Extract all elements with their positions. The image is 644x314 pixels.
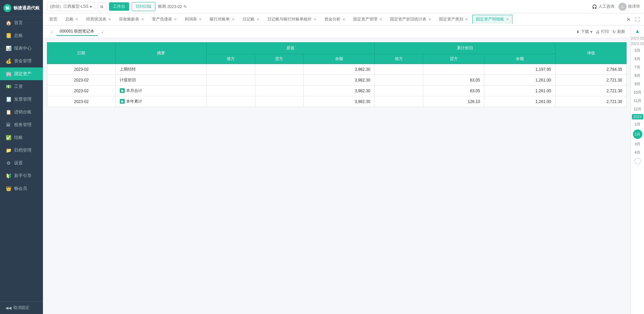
- refresh-button[interactable]: ↻ 刷新: [612, 29, 625, 35]
- tab-close-balance-sheet[interactable]: ✕: [174, 17, 177, 21]
- tab-label: 固定资产折旧统计表: [390, 16, 426, 22]
- tab-balance-sheet[interactable]: 资产负债表✕: [148, 15, 180, 24]
- download-button[interactable]: ⬇ 下载 ▾: [576, 29, 592, 35]
- payroll-icon: 💵: [5, 84, 11, 89]
- sidebar-item-settings[interactable]: ⚙设置: [0, 157, 43, 169]
- tab-profit-table[interactable]: 利润表✕: [181, 15, 205, 24]
- tab-close-fixed-asset-mgmt[interactable]: ✕: [379, 17, 382, 21]
- month-active-12[interactable]: 2月: [633, 129, 642, 139]
- tab-journal[interactable]: 日记账✕: [239, 15, 263, 24]
- sidebar-item-payroll[interactable]: 💵工资: [0, 80, 43, 93]
- tab-receivables[interactable]: 应收账龄表✕: [115, 15, 148, 24]
- tab-close-fixed-asset-detail[interactable]: ✕: [506, 17, 509, 21]
- tab-fixed-asset-dep[interactable]: 固定资产折旧统计表✕: [386, 15, 435, 24]
- period-item-0[interactable]: 2023.02: [631, 36, 644, 41]
- cell-dep-debit: [375, 96, 423, 107]
- table-row: 2023-02 上期结转 3,982.30 1,197.95 2,784.35: [47, 64, 627, 75]
- month-item-5[interactable]: 8月: [631, 71, 644, 80]
- tax-icon: 🏛: [5, 122, 11, 127]
- tab-business-status[interactable]: 经营状况表✕: [83, 15, 115, 24]
- sidebar-item-archive[interactable]: 📁归档管理: [0, 144, 43, 157]
- sidebar-item-general[interactable]: 📒总账: [0, 29, 43, 42]
- workspace-button[interactable]: 工作台: [109, 2, 129, 11]
- tab-close-business-status[interactable]: ✕: [108, 17, 111, 21]
- tabbar-close-button[interactable]: ✕: [625, 15, 633, 23]
- unpin-button[interactable]: ◀◀ 取消固定: [0, 301, 43, 314]
- tab-close-general-ledger[interactable]: ✕: [75, 17, 78, 21]
- sidebar-item-sales[interactable]: 📋进销台账: [0, 106, 43, 118]
- tab-close-fixed-asset-type[interactable]: ✕: [465, 17, 468, 21]
- company-selector[interactable]: (勿动）江西服贸-LSS ▾: [47, 2, 95, 11]
- sidebar-label: 设置: [14, 160, 23, 166]
- sidebar-item-guide[interactable]: 🔰新手引导: [0, 169, 43, 182]
- sidebar-item-funds[interactable]: 💰资金管理: [0, 55, 43, 67]
- cell-dep-balance: 1,261.00: [484, 75, 555, 86]
- sidebar-item-member[interactable]: 👑畅会员: [0, 182, 43, 195]
- period-edit-icon[interactable]: ✎: [183, 4, 187, 9]
- month-item-13[interactable]: 3月: [631, 140, 644, 148]
- month-item-14[interactable]: 4月: [631, 148, 644, 157]
- tab-general-ledger[interactable]: 总账✕: [62, 15, 82, 24]
- tab-fund-analysis[interactable]: 资金分析✕: [321, 15, 349, 24]
- sidebar-item-home[interactable]: 🏠首页: [0, 16, 43, 29]
- year-label-10[interactable]: 2023: [632, 114, 643, 119]
- tab-close-journal[interactable]: ✕: [257, 17, 259, 21]
- cell-orig-balance: 3,982.30: [304, 96, 375, 107]
- tab-fixed-asset-mgmt[interactable]: 固定资产管理✕: [350, 15, 386, 24]
- sidebar-item-tax[interactable]: 🏛税务管理: [0, 118, 43, 131]
- col-dep-debit: 借方: [375, 54, 423, 64]
- page-content: ‹ 000001 联想笔记本 › ⬇ 下载 ▾ 🖨 打印 ↻ 刷新: [43, 25, 631, 314]
- nav-next-button[interactable]: ›: [99, 29, 106, 35]
- user-menu[interactable]: 人 徐泽华: [619, 3, 640, 11]
- member-icon: 👑: [5, 186, 11, 191]
- unpin-label: 取消固定: [13, 305, 30, 311]
- month-item-7[interactable]: 10月: [631, 88, 644, 97]
- tab-journal-bank-check[interactable]: 日记账与银行对账单核对✕: [264, 15, 320, 24]
- company-dropdown-icon: ▾: [90, 4, 92, 9]
- settings-icon: ⚙: [5, 160, 11, 166]
- company-name: (勿动）江西服贸-LSS: [50, 4, 89, 9]
- month-item-3[interactable]: 6月: [631, 55, 644, 63]
- support-button[interactable]: 🎧 人工咨询: [592, 4, 614, 9]
- sidebar-item-settlement[interactable]: ✅结账: [0, 131, 43, 144]
- table-container: 日期 摘要 原值 累计折旧 净值 借方 贷方 余额 借方 贷方 余额: [43, 38, 631, 314]
- month-item-9[interactable]: 12月: [631, 105, 644, 113]
- cell-dep-debit: [375, 86, 423, 96]
- tab-home[interactable]: 首页: [46, 15, 61, 24]
- tab-close-bank-statement[interactable]: ✕: [232, 17, 234, 21]
- copy-button[interactable]: ⧉: [98, 2, 106, 11]
- app-logo: 畅 畅捷通易代账: [0, 0, 43, 16]
- tab-close-journal-bank-check[interactable]: ✕: [314, 17, 316, 21]
- month-item-6[interactable]: 9月: [631, 80, 644, 88]
- tab-label: 总账: [65, 16, 73, 22]
- month-item-8[interactable]: 11月: [631, 97, 644, 105]
- tab-close-fixed-asset-dep[interactable]: ✕: [428, 17, 431, 21]
- sidebar-label: 报表中心: [14, 45, 32, 51]
- tab-label: 应收账龄表: [119, 16, 139, 22]
- switch-version-button[interactable]: 切到旧版: [132, 2, 155, 11]
- tabbar-expand-button[interactable]: ⛶: [633, 15, 641, 23]
- month-item-4[interactable]: 7月: [631, 63, 644, 71]
- tab-label: 经营状况表: [86, 16, 106, 22]
- cell-orig-balance: 3,982.30: [304, 86, 375, 96]
- tab-fixed-asset-type[interactable]: 固定资产类别✕: [435, 15, 472, 24]
- period-item-1[interactable]: 2023.02: [631, 41, 644, 46]
- month-item-11[interactable]: 1月: [631, 120, 644, 128]
- sidebar-item-reports[interactable]: 📊报表中心: [0, 42, 43, 55]
- tab-close-profit-table[interactable]: ✕: [199, 17, 202, 21]
- month-item-2[interactable]: 5月: [631, 46, 644, 55]
- cell-dep-credit: 63.05: [423, 75, 484, 86]
- sidebar-item-invoices[interactable]: 🧾发票管理: [0, 93, 43, 106]
- cell-orig-credit: [255, 86, 304, 96]
- period-up-button[interactable]: ▲: [634, 27, 642, 36]
- tab-label: 银行对账单: [210, 16, 230, 22]
- print-button[interactable]: 🖨 打印: [596, 29, 609, 35]
- sidebar-item-fixed-assets[interactable]: 🏢固定资产: [0, 67, 43, 80]
- tab-bank-statement[interactable]: 银行对账单✕: [206, 15, 238, 24]
- tab-close-fund-analysis[interactable]: ✕: [342, 17, 345, 21]
- period-dot[interactable]: [634, 158, 641, 164]
- nav-prev-button[interactable]: ‹: [48, 29, 55, 35]
- tab-close-receivables[interactable]: ✕: [141, 17, 144, 21]
- tab-fixed-asset-detail[interactable]: 固定资产明细账✕: [472, 15, 513, 24]
- main-area: (勿动）江西服贸-LSS ▾ ⧉ 工作台 切到旧版 账期 2023-02 ✎ 🎧…: [43, 0, 644, 314]
